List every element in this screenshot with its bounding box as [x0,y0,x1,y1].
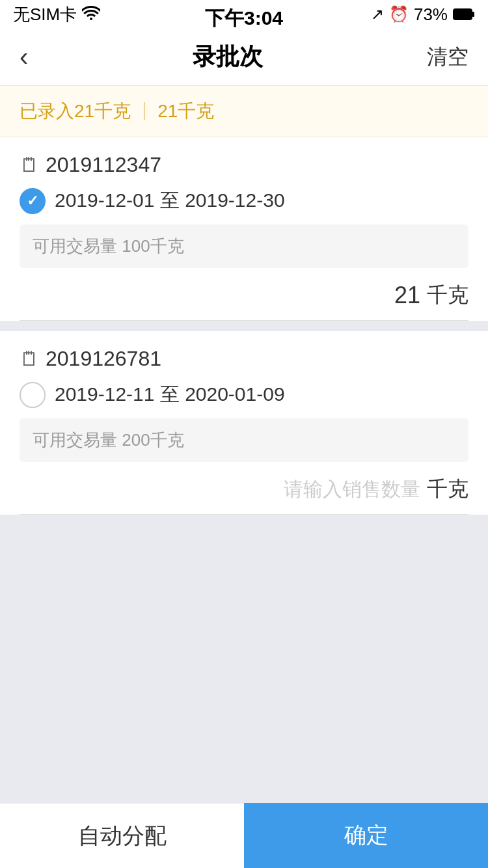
batch-2-unit: 千克 [427,475,468,504]
batch-1-quantity-row: 21 千克 [20,268,468,310]
wifi-icon [82,5,100,25]
nav-bar: ‹ 录批次 清空 [0,29,488,86]
batch-1-doc-icon: 🗒 [20,154,39,176]
footer: 自动分配 确定 [0,803,488,868]
batch-1-date-row: 2019-12-01 至 2019-12-30 [20,187,468,214]
total-label: 21千克 [157,99,214,124]
confirm-button[interactable]: 确定 [244,803,488,868]
recorded-label: 已录入21千克 [20,99,131,124]
carrier-text: 无SIM卡 [13,3,77,26]
batch-1-header: 🗒 2019112347 [20,153,468,177]
batch-2-doc-icon: 🗒 [20,348,39,370]
batch-1-unit: 千克 [427,281,468,310]
batch-1-radio[interactable] [20,188,46,214]
batch-2-date: 2019-12-11 至 2020-01-09 [55,381,285,408]
batch-1-doc-number: 2019112347 [46,153,161,177]
location-icon: ↗ [371,5,384,23]
svg-rect-0 [454,8,472,20]
batch-2-quantity-row: 千克 [20,462,468,504]
status-time: 下午3:04 [205,5,283,32]
summary-bar: 已录入21千克 21千克 [0,86,488,137]
status-bar: 无SIM卡 下午3:04 ↗ ⏰ 73% [0,0,488,29]
clear-button[interactable]: 清空 [427,43,468,72]
auto-distribute-button[interactable]: 自动分配 [0,803,244,868]
alarm-icon: ⏰ [389,5,409,23]
page-title: 录批次 [193,41,263,73]
batch-2-date-row: 2019-12-11 至 2020-01-09 [20,381,468,408]
batch-1-quantity-value[interactable]: 21 [394,282,420,309]
batch-2-doc-number: 2019126781 [46,347,161,371]
back-button[interactable]: ‹ [20,42,28,72]
status-left: 无SIM卡 [13,3,100,26]
batch-item-1: 🗒 2019112347 2019-12-01 至 2019-12-30 可用交… [0,137,488,321]
batch-2-quantity-input[interactable] [20,478,420,500]
status-right: ↗ ⏰ 73% [371,5,475,25]
batch-1-date: 2019-12-01 至 2019-12-30 [55,187,285,214]
batch-2-radio[interactable] [20,382,46,408]
battery-icon [453,5,475,25]
batch-2-header: 🗒 2019126781 [20,347,468,371]
summary-divider [144,102,144,120]
battery-text: 73% [414,5,448,25]
batch-1-input-wrapper: 21 [20,282,420,309]
batch-1-availability: 可用交易量 100千克 [20,224,468,268]
batch-item-2: 🗒 2019126781 2019-12-11 至 2020-01-09 可用交… [0,331,488,515]
svg-rect-1 [472,12,474,17]
batch-2-availability: 可用交易量 200千克 [20,418,468,462]
batch-2-input-wrapper[interactable] [20,478,420,500]
section-separator-1 [0,321,488,331]
